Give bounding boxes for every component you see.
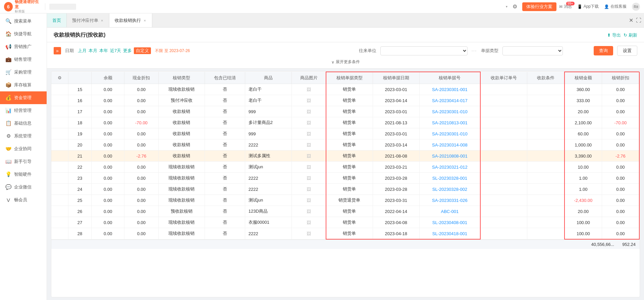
voucher-bill-no-link[interactable]: SA-20230301-010 <box>432 109 468 114</box>
table-cell: 2023-03-14 <box>373 139 419 151</box>
tab-writeoff[interactable]: 收款核销执行 × <box>109 13 152 27</box>
table-cell <box>527 84 565 95</box>
filter-settings-button[interactable]: 设置 <box>617 46 637 56</box>
table-cell[interactable]: SA-20230301-001 <box>419 84 480 95</box>
user-area[interactable]: Rit <box>632 3 640 11</box>
dropdown-icon[interactable]: ▾ <box>506 5 507 8</box>
from-unit-select[interactable] <box>380 46 468 55</box>
export-button[interactable]: ⬆ 导出 <box>607 32 621 38</box>
table-cell[interactable]: SA-20210813-001 <box>419 117 480 128</box>
table-cell: 否 <box>205 106 245 117</box>
voucher-type-select[interactable] <box>502 46 563 55</box>
tab-writeoff-close[interactable]: × <box>143 18 146 23</box>
sidebar-item-basic-info[interactable]: 📋 基础信息 <box>0 117 47 130</box>
messages-button[interactable]: ✉ 消息 99+ <box>559 4 572 9</box>
refresh-button[interactable]: ↻ 刷新 <box>624 32 637 38</box>
online-service-button[interactable]: 👤 在线客服 <box>604 4 627 9</box>
table-cell: 🖼 <box>292 195 326 206</box>
sidebar-label-marketing: 营销推广 <box>14 44 32 50</box>
voucher-bill-no-link[interactable]: SL-20230408-001 <box>432 220 467 225</box>
table-cell: 0.00 <box>124 228 159 240</box>
table-cell[interactable]: SL-20230328-001 <box>419 173 480 184</box>
voucher-bill-no-link[interactable]: SA-20210808-001 <box>432 154 468 159</box>
voucher-bill-no-link[interactable]: SA-20230314-008 <box>432 142 468 147</box>
table-cell: 0.00 <box>92 151 124 162</box>
table-cell[interactable]: ABC-001 <box>419 206 480 217</box>
table-cell: 收款核销 <box>158 117 205 128</box>
table-cell[interactable]: SA-20230331-026 <box>419 195 480 206</box>
voucher-bill-no-link[interactable]: SL-20230328-002 <box>432 187 467 192</box>
voucher-bill-no-link[interactable]: SA-20230321-012 <box>432 165 468 170</box>
settings-button[interactable]: ⚙ <box>510 2 520 11</box>
voucher-bill-no-link[interactable]: SL-20230418-001 <box>432 231 467 236</box>
system-icon: ⚙ <box>5 133 11 139</box>
voucher-bill-no-link[interactable]: ABC-001 <box>441 209 459 214</box>
th-goods: 商品 <box>245 72 291 84</box>
sidebar-item-smart-hw[interactable]: 💡 智能硬件 <box>0 168 47 181</box>
trial-button[interactable]: 体验行业方案 <box>522 2 556 11</box>
sidebar-item-inventory[interactable]: 📦 库存核算 <box>0 79 47 91</box>
table-cell <box>527 195 565 206</box>
tab-home[interactable]: 首页 <box>47 13 67 27</box>
table-cell[interactable]: SA-20230414-017 <box>419 95 480 106</box>
table-cell: 衣服00001 <box>245 217 291 228</box>
table-cell[interactable]: SA-20230301-010 <box>419 128 480 139</box>
table-cell[interactable]: SA-20230314-008 <box>419 139 480 151</box>
voucher-bill-no-link[interactable]: SA-20230301-010 <box>432 131 468 136</box>
voucher-bill-no-link[interactable]: SL-20230328-001 <box>432 176 467 181</box>
voucher-bill-no-link[interactable]: SA-20210813-001 <box>432 120 468 125</box>
filter-expand-button[interactable]: » <box>54 47 61 54</box>
date-opt-last-month[interactable]: 上月 <box>78 48 87 54</box>
table-cell: 销货单 <box>326 139 373 151</box>
table-cell[interactable]: SL-20230408-001 <box>419 217 480 228</box>
sidebar-item-guide[interactable]: 📖 新手引导 <box>0 155 47 168</box>
sidebar-item-search[interactable]: 🔍 搜索菜单 <box>0 15 47 28</box>
date-opt-this-month[interactable]: 本月 <box>89 48 97 54</box>
table-cell[interactable]: SA-20230301-010 <box>419 106 480 117</box>
voucher-bill-no-link[interactable]: SA-20230414-017 <box>432 98 468 103</box>
table-cell: 现续收款核销 <box>158 84 205 95</box>
table-cell: 27 <box>68 217 92 228</box>
sidebar-item-system[interactable]: ⚙ 系统管理 <box>0 130 47 142</box>
sidebar-item-wechat[interactable]: 💬 企业微信 <box>0 181 47 194</box>
tab-prepaid-close[interactable]: × <box>100 18 104 23</box>
table-cell[interactable]: SA-20230321-012 <box>419 162 480 173</box>
date-opt-custom[interactable]: 自定义 <box>134 47 151 54</box>
query-button[interactable]: 查询 <box>594 46 613 55</box>
table-cell[interactable]: SA-20210808-001 <box>419 151 480 162</box>
date-opt-more[interactable]: 更多 <box>123 48 132 54</box>
table-cell: 🖼 <box>292 117 326 128</box>
table-cell: 0.00 <box>602 206 639 217</box>
sidebar-item-marketing[interactable]: 📢 营销推广 <box>0 40 47 53</box>
table-cell[interactable]: SL-20230328-002 <box>419 184 480 195</box>
footer-totals: 40,556,66... 952.24 <box>591 242 636 247</box>
sidebar-item-quick-nav[interactable]: 🏠 快捷导航 <box>0 28 47 40</box>
expand-more-button[interactable]: ∨ 展开更多条件 <box>54 57 637 65</box>
tab-expand-button[interactable]: ⛶ <box>636 17 641 24</box>
date-opt-this-year[interactable]: 本年 <box>99 48 108 54</box>
table-cell: 0.00 <box>92 217 124 228</box>
sidebar-item-operations[interactable]: 📊 经营管理 <box>0 104 47 117</box>
table-cell: 0.00 <box>124 139 159 151</box>
table-row: 160.000.00预付冲应收否老白干🖼销货单2023-04-14SA-2023… <box>51 95 639 106</box>
tab-prepaid[interactable]: 预付冲应付单 × <box>67 13 109 27</box>
sidebar-item-purchase[interactable]: 🛒 采购管理 <box>0 66 47 79</box>
table-cell: 否 <box>205 184 245 195</box>
logo-icon: 6 <box>4 2 13 11</box>
sidebar-item-enterprise[interactable]: 🤝 企业协同 <box>0 142 47 155</box>
app-download-button[interactable]: 📱 App下载 <box>577 4 599 9</box>
table-cell: 15 <box>68 84 92 95</box>
date-opt-7days[interactable]: 近7天 <box>110 48 121 54</box>
table-settings-icon[interactable]: ⚙ <box>55 75 65 80</box>
voucher-bill-no-link[interactable]: SA-20230331-026 <box>432 198 468 203</box>
table-cell[interactable]: SL-20230418-001 <box>419 228 480 240</box>
date-range: 不限 至 2023-07-26 <box>155 48 190 54</box>
table-cell: 0.00 <box>124 128 159 139</box>
voucher-bill-no-link[interactable]: SA-20230301-001 <box>432 87 468 92</box>
sidebar-label-inventory: 库存核算 <box>14 82 32 88</box>
sidebar-item-finance[interactable]: 💰 资金管理 <box>0 91 47 104</box>
sidebar-item-sales[interactable]: 💼 销售管理 <box>0 53 47 66</box>
tab-close-all-button[interactable]: ✕ <box>629 17 633 24</box>
table-cell: 26 <box>68 206 92 217</box>
sidebar-item-member[interactable]: V 畅会员 <box>0 194 47 206</box>
